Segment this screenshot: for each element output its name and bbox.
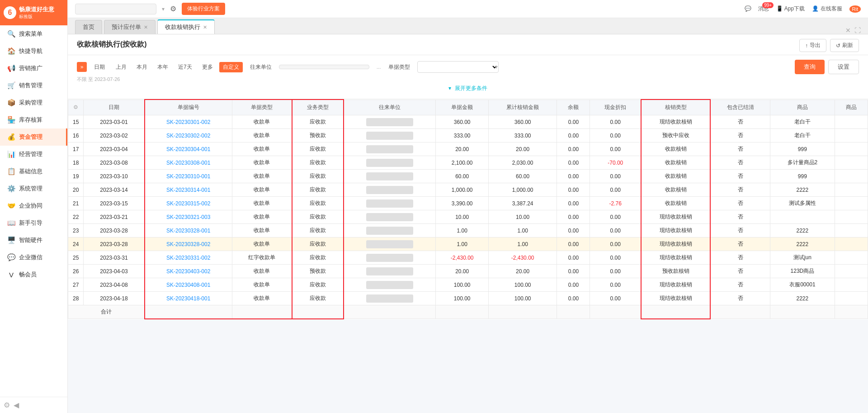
bill-no-link[interactable]: SK-20230403-002 [166,268,210,275]
cell-bill-type: 收款单 [232,210,292,224]
cell-product2 [835,142,868,156]
bill-no-link[interactable]: SK-20230321-003 [166,214,210,220]
cell-product: 老白干 [770,115,835,129]
tab-collection-close[interactable]: ✕ [203,24,207,30]
gear-icon[interactable]: ⚙ [170,5,176,13]
collapse-icon[interactable]: ◀ [14,401,19,409]
sidebar-item-finance[interactable]: 💰资金管理 [0,128,67,146]
tab-collection[interactable]: 收款核销执行 ✕ [157,19,215,34]
cell-company: ████████ [344,278,436,292]
bill-no-link[interactable]: SK-20230301-002 [166,119,210,125]
cell-company: ████████ [344,265,436,278]
bill-no-link[interactable]: SK-20230314-001 [166,187,210,193]
close-tab-icon[interactable]: ✕ [845,27,851,34]
cell-no: 22 [68,210,84,224]
bill-no-link[interactable]: SK-20230310-001 [166,173,210,180]
cell-bill-no: SK-20230308-001 [145,156,232,170]
industry-solution-button[interactable]: 体验行业方案 [182,3,225,15]
th-setting[interactable]: ⚙ [68,100,84,115]
cell-cash-discount: 0.00 [590,224,641,237]
cell-total-cancel: 360.00 [488,115,557,129]
sidebar-item-system[interactable]: ⚙️系统管理 [0,180,67,197]
page-title: 收款核销执行(按收款) [77,40,859,49]
sidebar-item-wechat[interactable]: 💬企业微信 [0,249,67,266]
online-service[interactable]: 👤 在线客服 [812,5,842,13]
app-download[interactable]: 📱 App下载 [776,5,805,13]
sidebar-item-marketing[interactable]: 📢营销推广 [0,60,67,77]
search-input[interactable] [75,4,156,14]
sidebar-item-search[interactable]: 🔍搜索菜单 [0,25,67,43]
bill-no-link[interactable]: SK-20230302-002 [166,133,210,139]
service-icon: 👤 [812,5,819,12]
bill-no-link[interactable]: SK-20230304-001 [166,146,210,152]
sidebar-item-inventory[interactable]: 🏪库存核算 [0,111,67,128]
bill-no-link[interactable]: SK-20230328-002 [166,241,210,247]
page-header-actions: ↑ 导出 ↺ 刷新 [799,39,859,52]
topbar-dropdown-arrow[interactable]: ▾ [162,6,165,12]
query-button[interactable]: 查询 [795,60,825,74]
sidebar-item-sales[interactable]: 🛒销售管理 [0,77,67,94]
export-button[interactable]: ↑ 导出 [799,39,826,52]
date-more[interactable]: 更多 [198,62,217,72]
bill-no-link[interactable]: SK-20230408-001 [166,282,210,288]
bill-no-link[interactable]: SK-20230418-001 [166,295,210,302]
cell-cash-discount: 0.00 [590,265,641,278]
cell-product2 [835,170,868,183]
table-row: 22 2023-03-21 SK-20230321-003 收款单 应收款 ██… [68,210,868,224]
date-custom-btn[interactable]: 自定义 [219,62,243,72]
summary-cash-discount [590,305,641,319]
sidebar-item-purchase[interactable]: 📦采购管理 [0,94,67,111]
bill-no-link[interactable]: SK-20230308-001 [166,160,210,166]
tab-prepay[interactable]: 预计应付单 ✕ [104,20,156,34]
cell-total-cancel: -2,430.00 [488,251,557,265]
message-badge[interactable]: 💬 99+ 消息 [745,5,769,13]
bill-type-select[interactable] [417,61,499,73]
cell-bill-no: SK-20230301-002 [145,115,232,129]
cell-balance: 0.00 [557,210,590,224]
settings-button[interactable]: 设置 [828,60,859,74]
company-input[interactable] [279,65,369,69]
sidebar-item-quick[interactable]: 🏠快捷导航 [0,43,67,60]
cell-bill-type: 收款单 [232,115,292,129]
th-company: 往来单位 [344,100,436,115]
sidebar-item-guide[interactable]: 📖新手引导 [0,214,67,232]
refresh-button[interactable]: ↺ 刷新 [830,39,859,52]
sidebar-item-corp[interactable]: 🤝企业协同 [0,197,67,214]
cell-company: ████████ [344,129,436,142]
sidebar-item-basic[interactable]: 📋基础信息 [0,163,67,180]
bill-no-link[interactable]: SK-20230331-002 [166,255,210,261]
cell-bill-type: 收款单 [232,278,292,292]
sidebar-item-hardware[interactable]: 🖥️智能硬件 [0,232,67,249]
cell-bill-no: SK-20230310-001 [145,170,232,183]
bill-no-link[interactable]: SK-20230328-001 [166,228,210,234]
quick-icon: 🏠 [7,47,15,55]
cell-cash-discount: -70.00 [590,156,641,170]
tab-home[interactable]: 首页 [75,20,102,34]
date-this-year[interactable]: 本年 [154,62,172,72]
date-last-month[interactable]: 上月 [112,62,130,72]
filter-expand-toggle[interactable]: » [77,62,87,72]
summary-total-cancel [488,305,557,319]
settings-icon[interactable]: ⚙ [4,401,10,409]
bill-no-link[interactable]: SK-20230315-002 [166,200,210,207]
user-info[interactable]: Rit [849,6,861,12]
cell-include-cleared: 否 [710,251,770,265]
sidebar-bottom: ⚙ ◀ [0,397,67,413]
date-label: 日期 [94,63,105,71]
summary-bill-type [232,305,292,319]
filter-dots: ... [377,64,381,70]
expand-row[interactable]: ▾ 展开更多条件 [77,83,859,94]
tab-prepay-close[interactable]: ✕ [144,24,148,30]
cell-amount: 10.00 [436,210,489,224]
cell-balance: 0.00 [557,156,590,170]
sidebar-item-member[interactable]: V畅会员 [0,266,67,283]
date-7days[interactable]: 近7天 [175,62,196,72]
maximize-icon[interactable]: ⛶ [854,27,861,34]
system-icon: ⚙️ [7,185,15,193]
date-this-month[interactable]: 本月 [133,62,151,72]
topbar-nav[interactable] [75,4,156,14]
table-row: 27 2023-04-08 SK-20230408-001 收款单 应收款 ██… [68,278,868,292]
cell-total-cancel: 333.00 [488,129,557,142]
cell-bill-no: SK-20230403-002 [145,265,232,278]
sidebar-item-business[interactable]: 📊经营管理 [0,146,67,163]
